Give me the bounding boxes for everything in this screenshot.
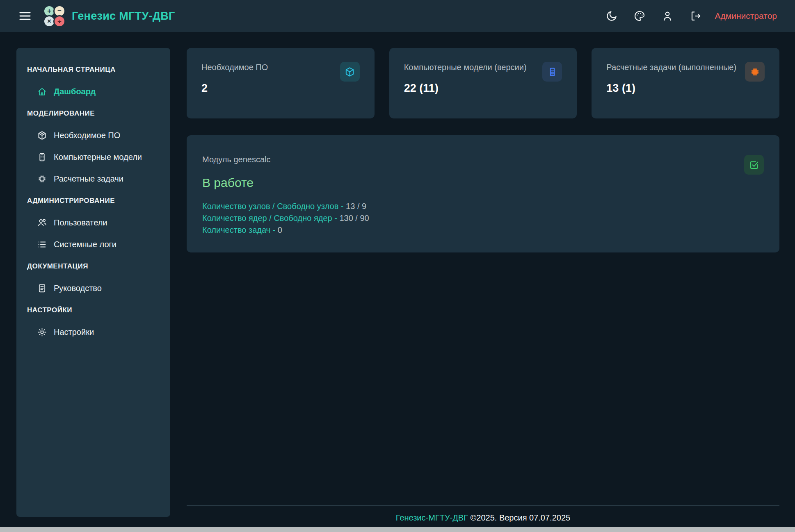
multiply-logo-icon: × <box>44 16 54 26</box>
sidebar-item-label: Расчетные задачи <box>54 174 123 184</box>
top-bar: + − × ÷ Генезис МГТУ-ДВГ <box>0 0 795 32</box>
sidebar-item-users[interactable]: Пользователи <box>16 212 170 234</box>
stat-line-label: Количество узлов / Свободно узлов <box>202 202 338 211</box>
plus-logo-icon: + <box>44 6 54 16</box>
app-logo: + − × ÷ <box>44 6 64 26</box>
sidebar-item-computer-models[interactable]: Компьютерные модели <box>16 146 170 168</box>
sidebar-item-settings[interactable]: Настройки <box>16 321 170 343</box>
sidebar-item-label: Компьютерные модели <box>54 152 142 162</box>
nav-section-modeling: МОДЕЛИРОВАНИЕ <box>16 102 170 125</box>
list-icon <box>37 239 47 250</box>
stat-card-value: 2 <box>201 82 268 95</box>
module-stat-tasks: Количество задач - 0 <box>202 224 369 236</box>
sidebar-item-system-logs[interactable]: Системные логи <box>16 234 170 255</box>
stat-card-required-software: Необходимое ПО 2 <box>187 48 375 118</box>
nav-section-administration: АДМИНИСТРИРОВАНИЕ <box>16 190 170 212</box>
sidebar: НАЧАЛЬНАЯ СТРАНИЦА Дашбоард МОДЕЛИРОВАНИ… <box>16 48 170 517</box>
sidebar-item-label: Системные логи <box>54 240 117 249</box>
nav-section-settings: НАСТРОЙКИ <box>16 299 170 321</box>
sidebar-item-label: Руководство <box>54 284 102 293</box>
stat-line-value: 0 <box>278 225 282 234</box>
person-icon <box>661 10 674 22</box>
topbar-left: + − × ÷ Генезис МГТУ-ДВГ <box>18 6 175 26</box>
module-stat-nodes: Количество узлов / Свободно узлов - 13 /… <box>202 200 369 212</box>
horizontal-scrollbar[interactable] <box>0 527 795 532</box>
stat-line-separator: - <box>270 225 278 234</box>
footer: Генезис-МГТУ-ДВГ ©2025. Версия 07.07.202… <box>187 505 779 523</box>
sidebar-item-dashboard[interactable]: Дашбоард <box>16 81 170 102</box>
sidebar-item-label: Пользователи <box>54 218 107 227</box>
sidebar-item-calculation-tasks[interactable]: Расчетные задачи <box>16 168 170 190</box>
footer-text: Генезис-МГТУ-ДВГ ©2025. Версия 07.07.202… <box>187 513 779 523</box>
module-status-text: В работе <box>202 176 369 190</box>
cpu-icon <box>37 174 47 184</box>
logout-icon <box>689 10 701 22</box>
stat-card-text: Расчетные задачи (выполненные) 13 (1) <box>606 63 736 95</box>
sidebar-item-manual[interactable]: Руководство <box>16 277 170 299</box>
dark-mode-button[interactable] <box>605 10 618 22</box>
user-role-label: Администратор <box>715 11 777 21</box>
stat-card-text: Необходимое ПО 2 <box>201 63 268 95</box>
stat-line-separator: - <box>338 202 346 211</box>
calculator-icon <box>542 62 562 82</box>
stat-cards-row: Необходимое ПО 2 Компьютерные модели (ве… <box>187 48 779 118</box>
footer-copyright: ©2025. Версия 07.07.2025 <box>471 513 571 522</box>
cube-icon <box>37 130 47 141</box>
footer-divider <box>187 505 779 506</box>
divide-logo-icon: ÷ <box>55 16 64 26</box>
module-status-card: Модуль genescalc В работе Количество узл… <box>187 135 779 252</box>
stat-line-label: Количество ядер / Свободно ядер <box>202 214 332 223</box>
app-title: Генезис МГТУ-ДВГ <box>72 10 175 23</box>
nav-section-home: НАЧАЛЬНАЯ СТРАНИЦА <box>16 59 170 81</box>
stat-card-value: 13 (1) <box>606 82 736 95</box>
main-content: Необходимое ПО 2 Компьютерные модели (ве… <box>187 48 779 252</box>
sidebar-item-label: Дашбоард <box>54 87 96 96</box>
footer-brand-link[interactable]: Генезис-МГТУ-ДВГ <box>396 513 468 522</box>
stat-card-value: 22 (11) <box>404 82 527 95</box>
stat-card-label: Расчетные задачи (выполненные) <box>606 63 736 72</box>
check-square-icon <box>744 155 764 175</box>
logout-button[interactable] <box>689 10 701 22</box>
theme-palette-button[interactable] <box>633 10 646 22</box>
sidebar-item-required-software[interactable]: Необходимое ПО <box>16 125 170 146</box>
users-icon <box>37 218 47 228</box>
gear-icon <box>37 327 47 337</box>
sidebar-item-label: Необходимое ПО <box>54 131 120 140</box>
palette-icon <box>633 10 646 22</box>
stat-card-text: Компьютерные модели (версии) 22 (11) <box>404 63 527 95</box>
stat-card-calculation-tasks: Расчетные задачи (выполненные) 13 (1) <box>592 48 779 118</box>
module-card-label: Модуль genescalc <box>202 155 369 164</box>
module-stat-cores: Количество ядер / Свободно ядер - 130 / … <box>202 212 369 224</box>
manual-icon <box>37 283 47 293</box>
stat-line-label: Количество задач <box>202 225 270 234</box>
calculator-icon <box>37 152 47 162</box>
stat-card-label: Необходимое ПО <box>201 63 268 72</box>
module-card-text: Модуль genescalc В работе Количество узл… <box>202 155 369 236</box>
topbar-right: Администратор <box>605 10 777 22</box>
cpu-icon <box>745 62 765 82</box>
stat-card-computer-models: Компьютерные модели (версии) 22 (11) <box>389 48 577 118</box>
cube-icon <box>340 62 360 82</box>
nav-section-documentation: ДОКУМЕНТАЦИЯ <box>16 255 170 277</box>
user-profile-button[interactable] <box>661 10 674 22</box>
minus-logo-icon: − <box>55 6 64 16</box>
menu-toggle-button[interactable] <box>18 9 32 23</box>
stat-line-value: 13 / 9 <box>346 202 366 211</box>
moon-icon <box>605 10 618 22</box>
hamburger-icon <box>18 9 32 23</box>
module-stats: Количество узлов / Свободно узлов - 13 /… <box>202 200 369 236</box>
stat-line-separator: - <box>332 214 340 223</box>
stat-card-label: Компьютерные модели (версии) <box>404 63 527 72</box>
app-root: + − × ÷ Генезис МГТУ-ДВГ <box>0 0 795 532</box>
sidebar-item-label: Настройки <box>54 327 94 337</box>
stat-line-value: 130 / 90 <box>339 214 369 223</box>
home-icon <box>37 86 47 97</box>
